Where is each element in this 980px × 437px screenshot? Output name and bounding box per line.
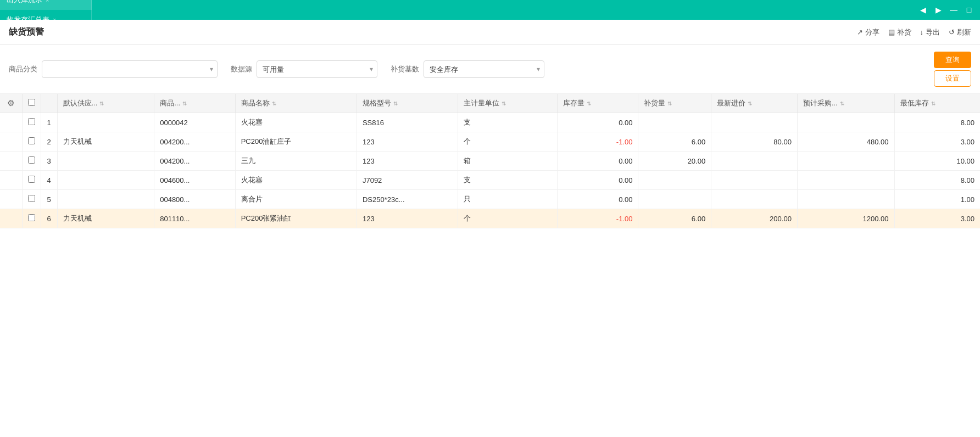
th-unit[interactable]: 主计量单位⇅ <box>458 94 558 113</box>
row-min-stock: 3.00 <box>894 209 980 228</box>
row-supplier <box>57 171 154 190</box>
row-unit: 只 <box>458 190 558 209</box>
row-unit: 个 <box>458 132 558 152</box>
share-button[interactable]: ↗ 分享 <box>857 27 879 37</box>
replenish-basis-select[interactable]: 安全库存 <box>424 60 544 78</box>
row-stock: 0.00 <box>557 152 638 171</box>
replenish-icon: ▤ <box>888 28 895 36</box>
tab-recv-summary[interactable]: 收发存汇总表× <box>0 10 92 20</box>
top-nav: 首页炼货异常处理×现存量（库存状况表）×现存量（库存分布表）×库存批次账×出入库… <box>0 0 980 20</box>
row-code: 004800... <box>154 190 235 209</box>
tab-close-recv-summary[interactable]: × <box>53 16 56 20</box>
nav-prev-btn[interactable]: ◀ <box>915 2 931 18</box>
refresh-button[interactable]: ↺ 刷新 <box>949 27 971 37</box>
row-checkbox-0[interactable] <box>28 118 35 125</box>
row-name: PC200张紧油缸 <box>235 209 357 228</box>
table-body: 1 0000042 火花塞 SS816 支 0.00 8.00 2 力天机械 0… <box>0 113 980 228</box>
nav-next-btn[interactable]: ▶ <box>931 2 946 18</box>
row-unit: 箱 <box>458 152 558 171</box>
sort-unit-icon: ⇅ <box>502 100 506 107</box>
row-name: 三九 <box>235 152 357 171</box>
row-checkbox-cell[interactable] <box>22 171 41 190</box>
row-checkbox-5[interactable] <box>28 214 35 221</box>
tabs-container: 首页炼货异常处理×现存量（库存状况表）×现存量（库存分布表）×库存批次账×出入库… <box>0 0 92 20</box>
row-unit: 支 <box>458 171 558 190</box>
th-stock[interactable]: 库存量⇅ <box>557 94 638 113</box>
row-unit: 支 <box>458 113 558 132</box>
row-name: 火花塞 <box>235 113 357 132</box>
row-latest-price: 200.00 <box>711 209 798 228</box>
gear-icon[interactable]: ⚙ <box>7 98 14 108</box>
select-all-checkbox[interactable] <box>28 99 35 106</box>
row-seq: 6 <box>41 209 57 228</box>
row-supplier <box>57 113 154 132</box>
row-checkbox-3[interactable] <box>28 176 35 183</box>
row-checkbox-cell[interactable] <box>22 209 41 228</box>
row-checkbox-cell[interactable] <box>22 152 41 171</box>
row-spec: J7092 <box>357 171 458 190</box>
replenish-basis-label: 补货基数 <box>391 64 419 74</box>
th-name[interactable]: 商品名称⇅ <box>235 94 357 113</box>
th-supplier[interactable]: 默认供应...⇅ <box>57 94 154 113</box>
row-est-purchase <box>797 171 894 190</box>
table-row: 5 004800... 离合片 DS250*23c... 只 0.00 1.00 <box>0 190 980 209</box>
th-est-purchase[interactable]: 预计采购...⇅ <box>797 94 894 113</box>
row-spec: SS816 <box>357 113 458 132</box>
settings-button[interactable]: 设置 <box>934 70 971 87</box>
row-gear-cell <box>0 209 22 228</box>
row-replenish <box>638 190 711 209</box>
row-checkbox-cell[interactable] <box>22 113 41 132</box>
row-name: 火花塞 <box>235 171 357 190</box>
query-button[interactable]: 查询 <box>934 52 971 68</box>
row-code: 004600... <box>154 171 235 190</box>
row-stock: 0.00 <box>557 113 638 132</box>
th-latest-price[interactable]: 最新进价⇅ <box>711 94 798 113</box>
datasource-label: 数据源 <box>231 64 252 74</box>
nav-controls: ◀ ▶ — □ <box>912 2 980 18</box>
row-gear-cell <box>0 171 22 190</box>
row-checkbox-cell[interactable] <box>22 190 41 209</box>
refresh-icon: ↺ <box>949 28 955 36</box>
row-checkbox-2[interactable] <box>28 156 35 164</box>
row-gear-cell <box>0 152 22 171</box>
page-content: 缺货预警 ↗ 分享 ▤ 补货 ↓ 导出 ↺ 刷新 商品分类 <box>0 20 980 437</box>
sort-replenish-icon: ⇅ <box>667 100 672 107</box>
tab-close-inout-flow[interactable]: × <box>46 0 49 3</box>
export-button[interactable]: ↓ 导出 <box>920 27 940 37</box>
th-spec[interactable]: 规格型号⇅ <box>357 94 458 113</box>
row-seq: 3 <box>41 152 57 171</box>
tab-inout-flow[interactable]: 出入库流水× <box>0 0 92 10</box>
sort-stock-icon: ⇅ <box>587 100 591 107</box>
table-row: 1 0000042 火花塞 SS816 支 0.00 8.00 <box>0 113 980 132</box>
row-spec: 123 <box>357 209 458 228</box>
category-filter-group: 商品分类 <box>9 60 218 78</box>
row-supplier <box>57 190 154 209</box>
row-supplier: 力天机械 <box>57 209 154 228</box>
datasource-select[interactable]: 可用量 <box>257 60 377 78</box>
category-select-wrapper <box>42 60 218 78</box>
row-seq: 4 <box>41 171 57 190</box>
th-code[interactable]: 商品...⇅ <box>154 94 235 113</box>
row-checkbox-cell[interactable] <box>22 132 41 152</box>
replenish-button[interactable]: ▤ 补货 <box>888 27 911 37</box>
row-gear-cell <box>0 113 22 132</box>
row-est-purchase <box>797 152 894 171</box>
row-seq: 5 <box>41 190 57 209</box>
th-min-stock[interactable]: 最低库存⇅ <box>894 94 980 113</box>
nav-maximize-btn[interactable]: □ <box>961 2 977 18</box>
row-checkbox-4[interactable] <box>28 195 35 202</box>
row-seq: 1 <box>41 113 57 132</box>
row-gear-cell <box>0 190 22 209</box>
row-min-stock: 8.00 <box>894 113 980 132</box>
category-select[interactable] <box>42 60 218 78</box>
nav-minimize-btn[interactable]: — <box>946 2 961 18</box>
th-replenish[interactable]: 补货量⇅ <box>638 94 711 113</box>
row-checkbox-1[interactable] <box>28 137 35 144</box>
row-latest-price <box>711 152 798 171</box>
table-row: 3 004200... 三九 123 箱 0.00 20.00 10.00 <box>0 152 980 171</box>
sort-est-purchase-icon: ⇅ <box>840 100 844 107</box>
row-est-purchase <box>797 113 894 132</box>
row-code: 801110... <box>154 209 235 228</box>
row-code: 004200... <box>154 132 235 152</box>
row-min-stock: 10.00 <box>894 152 980 171</box>
